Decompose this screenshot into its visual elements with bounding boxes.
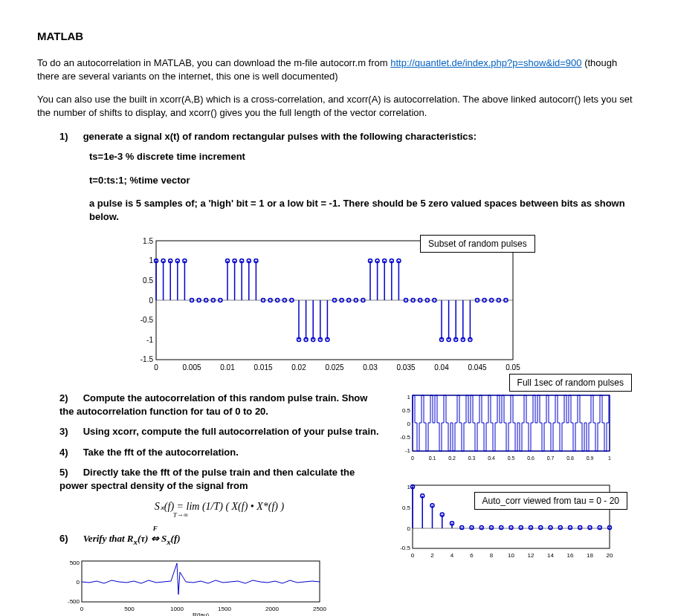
step-3-number: 3)	[59, 425, 80, 438]
svg-text:0: 0	[407, 525, 411, 532]
step-4-text: Take the fft of the autocorrelation.	[83, 447, 239, 458]
intro-paragraph-1: To do an autocorrelation in MATLAB, you …	[37, 56, 638, 82]
svg-text:0.045: 0.045	[468, 363, 486, 372]
chart-3-container: 1 0.5 0 -0.5 02468101214161820 Auto_corr…	[394, 482, 632, 565]
svg-text:0.04: 0.04	[434, 363, 449, 372]
svg-text:-0.5: -0.5	[400, 545, 410, 551]
svg-text:0.7: 0.7	[547, 455, 555, 461]
svg-text:0.005: 0.005	[182, 363, 201, 372]
svg-text:6: 6	[470, 552, 474, 559]
intro-paragraph-2: You can also use the built in xcorr(A,B)…	[37, 93, 638, 119]
svg-text:1: 1	[608, 455, 611, 461]
page-title: MATLAB	[37, 30, 638, 42]
chart-2-label: Full 1sec of random pulses	[509, 374, 632, 392]
chart-4-container: 500 0 -500 05001000150020002500 R(tau)	[59, 557, 379, 616]
step-5: 5) Directly take the fft of the pulse tr…	[59, 466, 379, 492]
step-1-text: generate a signal x(t) of random rectang…	[83, 131, 477, 142]
step-5-text: Directly take the fft of the pulse train…	[59, 467, 355, 491]
svg-text:0.02: 0.02	[291, 363, 306, 372]
step-6-text: Verify that Rx(τ) F ⇔ Sx(f)	[83, 533, 181, 544]
svg-text:0.6: 0.6	[527, 455, 534, 461]
svg-text:0: 0	[154, 363, 158, 372]
svg-text:20: 20	[607, 552, 613, 559]
svg-text:-500: -500	[68, 598, 80, 605]
svg-text:2000: 2000	[265, 606, 279, 612]
svg-text:12: 12	[528, 552, 534, 559]
svg-text:4: 4	[450, 552, 454, 559]
step-6: 6) Verify that Rx(τ) F ⇔ Sx(f)	[59, 532, 379, 547]
svg-text:0.2: 0.2	[448, 455, 456, 461]
svg-text:1: 1	[149, 256, 153, 265]
svg-text:0: 0	[80, 606, 84, 612]
svg-text:2: 2	[430, 552, 434, 559]
svg-text:0.3: 0.3	[468, 455, 476, 461]
chart-3-label: Auto_corr viewed from tau = 0 - 20	[474, 492, 627, 510]
svg-text:0.5: 0.5	[508, 455, 515, 461]
svg-text:14: 14	[547, 552, 554, 559]
svg-text:10: 10	[508, 552, 514, 559]
step-4-number: 4)	[59, 446, 80, 459]
step-3: 3) Using xcorr, compute the full autocor…	[59, 425, 379, 438]
svg-text:0.5: 0.5	[402, 505, 411, 511]
step-1: 1) generate a signal x(t) of random rect…	[59, 130, 638, 143]
step-1-ts: ts=1e-3 % discrete time increment	[89, 150, 638, 163]
svg-text:2500: 2500	[313, 606, 326, 612]
svg-text:0: 0	[411, 455, 414, 461]
chart-1-label: Subset of random pulses	[420, 235, 535, 253]
step-1-pulse: a pulse is 5 samples of; a 'high' bit = …	[89, 197, 638, 223]
svg-text:0.8: 0.8	[566, 455, 574, 461]
svg-text:1.5: 1.5	[143, 237, 153, 245]
svg-text:-0.5: -0.5	[141, 316, 154, 324]
svg-text:500: 500	[70, 560, 80, 566]
svg-text:0.1: 0.1	[429, 455, 436, 461]
chart-2-svg: 10.50-0.5-1 00.10.20.30.40.50.60.70.80.9…	[394, 392, 617, 466]
svg-text:-1: -1	[405, 447, 411, 454]
svg-text:0.5: 0.5	[143, 276, 153, 285]
svg-text:0.4: 0.4	[488, 455, 495, 461]
svg-text:16: 16	[567, 552, 574, 559]
quantlet-link[interactable]: http://quantlet.de/index.php?p=show&id=9…	[390, 57, 581, 68]
svg-text:0.05: 0.05	[506, 363, 520, 372]
svg-text:-0.5: -0.5	[400, 434, 410, 441]
step-2-text: Compute the autocorrelation of this rand…	[59, 392, 367, 417]
svg-text:0.9: 0.9	[587, 455, 594, 461]
svg-text:0: 0	[411, 552, 415, 559]
chart-4-svg: 500 0 -500 05001000150020002500 R(tau)	[59, 557, 327, 616]
svg-text:0.015: 0.015	[253, 363, 272, 372]
svg-text:R(tau): R(tau)	[193, 612, 210, 616]
chart-1-svg: 1.5 1 0.5 0 -0.5 -1 -1.5 0 0.005 0.01 0.…	[126, 233, 543, 375]
svg-text:1500: 1500	[218, 606, 231, 612]
svg-text:-1.5: -1.5	[141, 355, 154, 363]
svg-text:0.03: 0.03	[363, 363, 378, 372]
step-4: 4) Take the fft of the autocorrelation.	[59, 446, 379, 459]
svg-text:500: 500	[124, 606, 135, 612]
step-2-number: 2)	[59, 392, 80, 405]
step-2: 2) Compute the autocorrelation of this r…	[59, 392, 379, 418]
svg-text:1000: 1000	[170, 606, 184, 612]
formula-sx: Sₓ(f) = lim (1/T) ( X(f) • X*(f) ) T→∞	[59, 500, 379, 525]
step-5-number: 5)	[59, 466, 80, 479]
svg-text:-1: -1	[146, 336, 153, 344]
step-6-number: 6)	[59, 532, 80, 545]
svg-text:0: 0	[407, 421, 411, 427]
svg-text:0.01: 0.01	[220, 363, 235, 372]
svg-text:0: 0	[77, 579, 80, 586]
svg-text:1: 1	[407, 394, 411, 401]
step-3-text: Using xcorr, compute the full autocorrel…	[83, 426, 379, 437]
step-1-t: t=0:ts:1; %time vector	[89, 174, 638, 187]
svg-text:0: 0	[149, 296, 153, 305]
svg-text:0.035: 0.035	[396, 363, 415, 372]
step-1-number: 1)	[59, 130, 80, 143]
svg-text:0.025: 0.025	[325, 363, 343, 372]
chart-1-container: 1.5 1 0.5 0 -0.5 -1 -1.5 0 0.005 0.01 0.…	[126, 233, 638, 377]
svg-text:18: 18	[587, 552, 593, 559]
svg-text:0.5: 0.5	[402, 407, 411, 414]
svg-text:8: 8	[490, 552, 494, 559]
